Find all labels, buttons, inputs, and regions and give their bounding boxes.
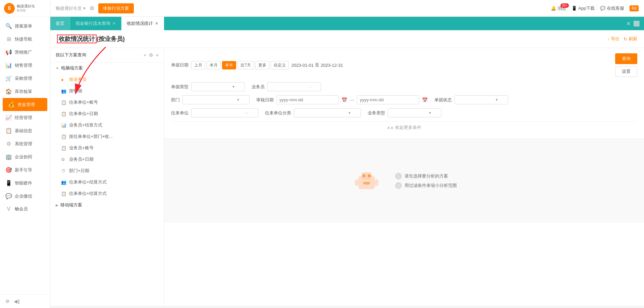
footer-collapse-btn[interactable]: ◀‖ [14, 299, 20, 304]
tree-mobile-group[interactable]: ▶ 移动端方案 [50, 199, 164, 211]
sidebar-logo: 6 畅捷通好生 标准版 [0, 0, 50, 17]
date-filter: 单据日期 上月 本月 本年 近7天 更多 自定义 2023-01-01 [171, 61, 343, 69]
tree-item-partner-payment2[interactable]: 📋 往来单位+结算方式 [56, 188, 164, 199]
grid-icon: ⊞ [5, 36, 12, 42]
page-header: 收款情况统计(按业务员) ↑ 导出 ↻ 刷新 [50, 30, 644, 48]
tree-item-partner-account[interactable]: 📋 往来单位+账号 [56, 97, 164, 108]
empty-step-2: 2 用过滤条件来缩小分析范围 [395, 182, 457, 189]
sidebar-item-hardware[interactable]: 📱 智能硬件 [0, 176, 50, 190]
online-service-button[interactable]: 💬 在线客服 [600, 5, 624, 11]
sidebar-item-purchase[interactable]: 🛒 采购管理 [0, 72, 50, 85]
device-icon: 📱 [5, 180, 12, 186]
tree-item-by-detail[interactable]: 👥 按明细 [56, 85, 164, 97]
tab-bank[interactable]: 现金银行流水查询 ✕ [70, 17, 121, 30]
user-avatar[interactable]: Rit [630, 5, 639, 11]
status-select[interactable]: ▼ [454, 95, 508, 104]
tab-collection-close[interactable]: ✕ [155, 21, 158, 26]
panel-collapse-btn[interactable]: « [156, 52, 159, 58]
tree-item-staff-date[interactable]: ⚙ 业务员+日期 [56, 154, 164, 165]
tab-bank-close[interactable]: ✕ [112, 21, 116, 26]
tree-item-staff-account[interactable]: 📋 业务员+账号 [56, 142, 164, 154]
clock-icon: ⏱ [61, 168, 66, 173]
content-area: 按以下方案查询 + ⚙ « ▼ 电脑端方案 ● 按业务员 👥 [50, 48, 644, 306]
staff-dots: ··· [308, 84, 311, 89]
refresh-button[interactable]: ↻ 刷新 [624, 36, 637, 42]
topbar-gear-icon[interactable]: ⚙ [90, 5, 94, 11]
biz-type-select[interactable]: ▼ [388, 108, 441, 117]
staff-select[interactable]: ··· [267, 82, 321, 91]
window-close-btn[interactable]: ✕ [626, 20, 631, 27]
partner-select[interactable]: ··· [191, 108, 258, 117]
sidebar-item-sales[interactable]: 📊 销售管理 [0, 59, 50, 72]
type-select[interactable]: ▼ [191, 82, 245, 91]
collapse-button[interactable]: ∧∧ 收起更多条件 [171, 121, 637, 133]
footer-settings-btn[interactable]: ⚙ [5, 299, 10, 304]
tree-item-dept-date[interactable]: ⏱ 部门+日期 [56, 165, 164, 176]
settings-button[interactable]: 设置 [615, 66, 637, 77]
export-button[interactable]: ↑ 导出 [607, 36, 620, 42]
sidebar-item-enterprise[interactable]: 🏢 企业协同 [0, 150, 50, 163]
sidebar-item-member[interactable]: V 畅会员 [0, 203, 50, 215]
search-icon: 🔍 [5, 23, 12, 29]
sidebar-item-system[interactable]: ⚙ 系统管理 [0, 137, 50, 150]
tree-item-partner-date[interactable]: 📋 往来单位+日期 [56, 108, 164, 119]
empty-state-area: 1 请先选择要分析的方案 2 用过滤条件来缩小分析范围 [164, 139, 644, 223]
date-btn-last-month[interactable]: 上月 [191, 61, 205, 69]
date-btn-this-year[interactable]: 本年 [222, 61, 236, 69]
info-icon: 📋 [5, 127, 12, 134]
doc3-icon: 📋 [61, 134, 66, 139]
tree-item-partner-payment1[interactable]: 👥 往来单位+结算方式 [56, 176, 164, 188]
sidebar-item-base[interactable]: 📋 基础信息 [0, 124, 50, 137]
app-download-button[interactable]: 📱 App下载 [572, 5, 595, 11]
message-badge: 99+ [560, 3, 569, 8]
sidebar-item-guide[interactable]: 🎯 新手引导 [0, 163, 50, 176]
chart-icon: 📊 [5, 62, 12, 68]
window-buttons: ✕ ⬜ [622, 20, 644, 27]
house-icon: 🏠 [5, 88, 12, 95]
sidebar-item-operations[interactable]: 📈 经营管理 [0, 111, 50, 124]
review-date-to[interactable] [357, 95, 419, 104]
tab-collection[interactable]: 收款情况统计 ✕ [121, 17, 164, 30]
sidebar-item-shortcut[interactable]: ⊞ 快捷导航 [0, 33, 50, 46]
tree-item-partner-dept[interactable]: 📋 按往来单位+部门+收... [56, 131, 164, 142]
panel-add-btn[interactable]: + [144, 52, 146, 58]
messages-button[interactable]: 🔔 消息 99+ [551, 5, 566, 11]
tree-item-staff-payment[interactable]: 📊 业务员+结算方式 [56, 119, 164, 131]
doc4-icon: 📋 [61, 146, 66, 151]
svg-point-2 [363, 174, 365, 177]
sidebar-item-wechat[interactable]: 💬 企业微信 [0, 190, 50, 203]
service-icon: 💬 [600, 6, 605, 11]
panel-settings-btn[interactable]: ⚙ [149, 52, 153, 58]
topbar-right: 🔔 消息 99+ 📱 App下载 💬 在线客服 Rit [551, 5, 639, 11]
window-maximize-btn[interactable]: ⬜ [633, 20, 640, 27]
tab-home[interactable]: 首页 [50, 17, 70, 30]
dept-select[interactable]: ▼ [182, 95, 250, 104]
type-select-arrow: ▼ [232, 85, 235, 89]
date-btn-this-month[interactable]: 本月 [207, 61, 221, 69]
query-button[interactable]: 查询 [615, 53, 637, 64]
trial-button[interactable]: 体验行业方案 [98, 3, 134, 13]
date-btn-7days[interactable]: 近7天 [237, 61, 254, 69]
gear2-icon: ⚙ [61, 157, 66, 162]
date-btn-custom[interactable]: 自定义 [271, 61, 289, 69]
step-2-number: 2 [395, 182, 402, 189]
svg-rect-5 [355, 179, 358, 186]
tree-item-by-staff[interactable]: ● 按业务员 [56, 74, 164, 85]
svg-point-3 [368, 174, 371, 177]
sidebar-item-finance[interactable]: 💰 资金管理 [3, 98, 47, 111]
sidebar-item-marketing[interactable]: 📢 营销推广 [0, 46, 50, 59]
date-btn-more[interactable]: 更多 [255, 61, 269, 69]
biz-type-filter: 业务类型 ▼ [368, 108, 441, 117]
sidebar-footer: ⚙ ◀‖ [0, 294, 50, 308]
sidebar-item-search[interactable]: 🔍 搜索菜单 [0, 19, 50, 33]
date-to: 2023-12-31 [321, 63, 343, 68]
breadcrumb: 畅捷通好生意 ▾ [56, 5, 86, 11]
download-icon: 📱 [572, 6, 577, 11]
dept-filter: 部门 ▼ [171, 95, 250, 104]
tree-pc-group[interactable]: ▼ 电脑端方案 [50, 62, 164, 74]
partner-type-select[interactable]: ▼ [294, 108, 361, 117]
type-filter: 单据类型 ▼ [171, 82, 245, 91]
sidebar-item-inventory[interactable]: 🏠 库存核算 [0, 85, 50, 98]
step-1-number: 1 [395, 173, 402, 179]
review-date-from[interactable] [276, 95, 339, 104]
